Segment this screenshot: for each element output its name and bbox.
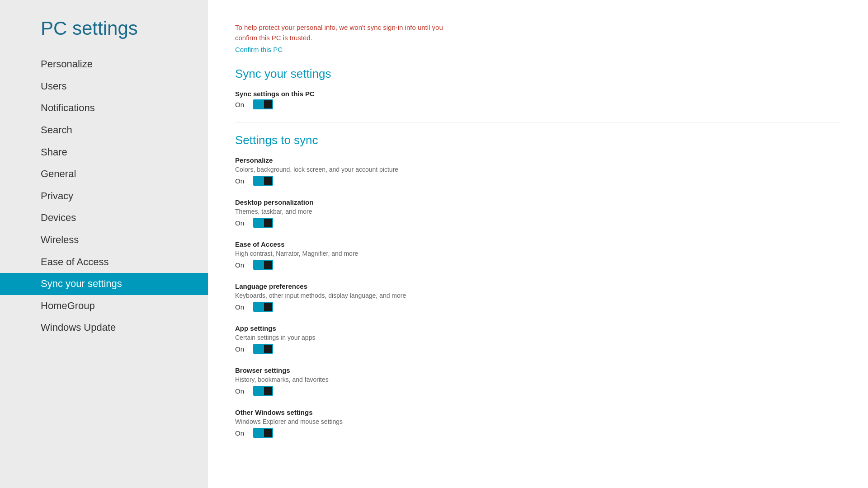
sync-item-desc-other-windows-settings: Windows Explorer and mouse settings bbox=[235, 418, 841, 425]
settings-to-sync-title: Settings to sync bbox=[235, 133, 841, 147]
sync-item-toggle-row-other-windows-settings: On bbox=[235, 428, 841, 438]
sidebar-item-sync-your-settings[interactable]: Sync your settings bbox=[0, 273, 208, 295]
sync-item-desc-ease-of-access: High contrast, Narrator, Magnifier, and … bbox=[235, 250, 841, 257]
sync-item-toggle-label-personalize: On bbox=[235, 177, 244, 185]
sync-item-desc-language-preferences: Keyboards, other input methods, display … bbox=[235, 292, 841, 299]
sidebar: PC settings PersonalizeUsersNotification… bbox=[0, 0, 208, 488]
sync-item-toggle-row-browser-settings: On bbox=[235, 386, 841, 396]
confirm-link[interactable]: Confirm this PC bbox=[235, 46, 841, 53]
sidebar-item-users[interactable]: Users bbox=[41, 75, 208, 98]
sync-settings-on-pc-toggle-label: On bbox=[235, 101, 244, 108]
sync-item-toggle-row-personalize: On bbox=[235, 176, 841, 186]
sync-item-toggle-other-windows-settings[interactable] bbox=[253, 428, 273, 438]
sync-item-toggle-label-ease-of-access: On bbox=[235, 261, 244, 269]
sync-item-label-app-settings: App settings bbox=[235, 324, 841, 332]
sync-item-ease-of-access: Ease of AccessHigh contrast, Narrator, M… bbox=[235, 240, 841, 270]
sync-item-toggle-ease-of-access[interactable] bbox=[253, 260, 273, 270]
sidebar-item-general[interactable]: General bbox=[41, 163, 208, 185]
sync-item-app-settings: App settingsCertain settings in your app… bbox=[235, 324, 841, 354]
sync-settings-on-pc-label: Sync settings on this PC bbox=[235, 90, 841, 98]
sidebar-item-windows-update[interactable]: Windows Update bbox=[41, 317, 208, 339]
warning-text: To help protect your personal info, we w… bbox=[235, 23, 461, 43]
sidebar-item-wireless[interactable]: Wireless bbox=[41, 229, 208, 251]
sync-item-label-browser-settings: Browser settings bbox=[235, 366, 841, 374]
sync-item-toggle-personalize[interactable] bbox=[253, 176, 273, 186]
sync-item-browser-settings: Browser settingsHistory, bookmarks, and … bbox=[235, 366, 841, 396]
sidebar-item-ease-of-access[interactable]: Ease of Access bbox=[41, 251, 208, 273]
sidebar-item-share[interactable]: Share bbox=[41, 141, 208, 164]
sync-item-toggle-row-ease-of-access: On bbox=[235, 260, 841, 270]
app-title: PC settings bbox=[41, 18, 208, 39]
sidebar-item-homegroup[interactable]: HomeGroup bbox=[41, 295, 208, 317]
section-divider bbox=[235, 122, 841, 122]
sync-item-toggle-row-language-preferences: On bbox=[235, 302, 841, 312]
sidebar-item-privacy[interactable]: Privacy bbox=[41, 185, 208, 207]
sync-item-desc-personalize: Colors, background, lock screen, and you… bbox=[235, 166, 841, 173]
sync-item-toggle-language-preferences[interactable] bbox=[253, 302, 273, 312]
main-content: To help protect your personal info, we w… bbox=[208, 0, 868, 488]
sync-item-toggle-label-other-windows-settings: On bbox=[235, 429, 244, 437]
sync-item-toggle-label-language-preferences: On bbox=[235, 303, 244, 311]
sync-item-desktop-personalization: Desktop personalizationThemes, taskbar, … bbox=[235, 198, 841, 228]
sync-item-personalize: PersonalizeColors, background, lock scre… bbox=[235, 156, 841, 186]
sidebar-item-personalize[interactable]: Personalize bbox=[41, 53, 208, 75]
sidebar-item-notifications[interactable]: Notifications bbox=[41, 97, 208, 119]
sync-settings-on-pc-block: Sync settings on this PC On bbox=[235, 90, 841, 109]
sync-item-label-personalize: Personalize bbox=[235, 156, 841, 164]
sync-item-toggle-label-desktop-personalization: On bbox=[235, 219, 244, 227]
sync-item-label-language-preferences: Language preferences bbox=[235, 282, 841, 290]
sync-item-toggle-app-settings[interactable] bbox=[253, 344, 273, 354]
sync-settings-on-pc-toggle-row: On bbox=[235, 99, 841, 109]
sync-item-desc-browser-settings: History, bookmarks, and favorites bbox=[235, 376, 841, 383]
sync-item-toggle-label-app-settings: On bbox=[235, 345, 244, 353]
sidebar-item-search[interactable]: Search bbox=[41, 119, 208, 141]
sidebar-item-devices[interactable]: Devices bbox=[41, 207, 208, 229]
sync-items-list: PersonalizeColors, background, lock scre… bbox=[235, 156, 841, 438]
sync-item-desc-app-settings: Certain settings in your apps bbox=[235, 334, 841, 341]
sync-item-toggle-browser-settings[interactable] bbox=[253, 386, 273, 396]
sync-item-toggle-row-app-settings: On bbox=[235, 344, 841, 354]
sync-item-language-preferences: Language preferencesKeyboards, other inp… bbox=[235, 282, 841, 312]
sync-settings-on-pc-toggle[interactable] bbox=[253, 99, 273, 109]
sync-item-desc-desktop-personalization: Themes, taskbar, and more bbox=[235, 208, 841, 215]
sync-item-label-desktop-personalization: Desktop personalization bbox=[235, 198, 841, 206]
sync-item-toggle-desktop-personalization[interactable] bbox=[253, 218, 273, 228]
sync-item-label-ease-of-access: Ease of Access bbox=[235, 240, 841, 248]
nav-list: PersonalizeUsersNotificationsSearchShare… bbox=[41, 53, 208, 339]
sync-item-label-other-windows-settings: Other Windows settings bbox=[235, 408, 841, 416]
sync-item-toggle-label-browser-settings: On bbox=[235, 387, 244, 395]
sync-item-toggle-row-desktop-personalization: On bbox=[235, 218, 841, 228]
sync-section-title: Sync your settings bbox=[235, 67, 841, 81]
sync-item-other-windows-settings: Other Windows settingsWindows Explorer a… bbox=[235, 408, 841, 438]
